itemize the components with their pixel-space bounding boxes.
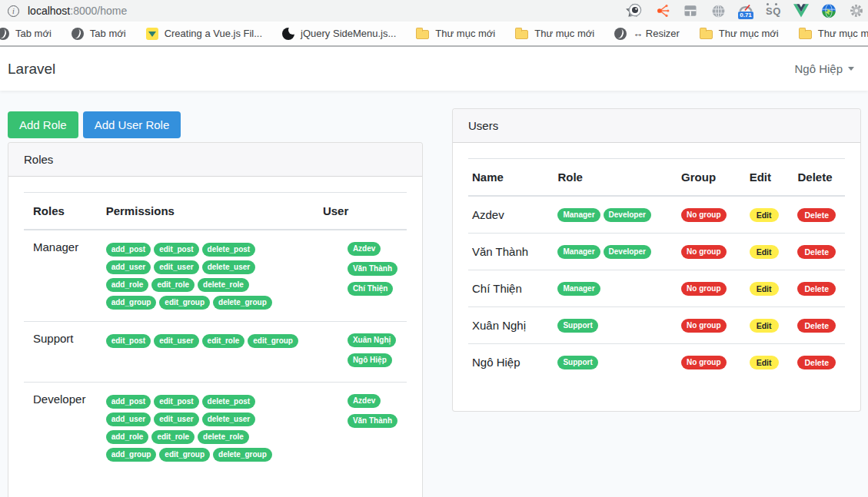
users-panel-body: NameRoleGroupEditDelete AzdevManagerDeve… bbox=[453, 143, 860, 396]
add-role-button[interactable]: Add Role bbox=[8, 111, 78, 138]
sq-extension-icon[interactable]: SQ bbox=[764, 1, 783, 21]
roles-panel-title: Roles bbox=[8, 143, 422, 177]
user-role-badge: Support bbox=[557, 319, 597, 333]
users-table-row: Ngô HiệpSupportNo groupEditDelete bbox=[468, 343, 845, 380]
user-delete-cell: Delete bbox=[793, 196, 845, 233]
role-user-line: Xuân Nghị bbox=[348, 332, 397, 347]
user-group: No group bbox=[677, 270, 746, 306]
role-users: AzdevVăn Thành bbox=[314, 383, 407, 474]
permission-badge: add_role bbox=[106, 430, 149, 444]
add-user-role-button[interactable]: Add User Role bbox=[83, 111, 181, 138]
user-group: No group bbox=[677, 233, 746, 270]
action-buttons: Add Role Add User Role bbox=[8, 111, 423, 138]
browser-url-bar[interactable]: i localhost:8000/home 0.71 SQ bbox=[0, 0, 868, 22]
bookmark-item[interactable]: Thư mục mới bbox=[789, 22, 868, 45]
page-info-icon[interactable]: i bbox=[8, 5, 19, 17]
permission-badge: delete_group bbox=[213, 448, 272, 462]
user-name: Ngô Hiệp bbox=[468, 343, 554, 380]
permission-badge: delete_post bbox=[202, 395, 256, 409]
bookmark-label: Thư mục mới bbox=[818, 28, 868, 39]
users-table-row: Chí ThiệnManagerNo groupEditDelete bbox=[468, 270, 845, 306]
bookmark-label: Thư mục mới bbox=[534, 28, 594, 39]
pagespeed-gauge-extension-icon[interactable]: 0.71 bbox=[737, 1, 755, 21]
edit-button[interactable]: Edit bbox=[750, 245, 779, 259]
delete-button[interactable]: Delete bbox=[797, 319, 836, 333]
user-dropdown[interactable]: Ngô Hiệp bbox=[794, 62, 854, 75]
no-group-badge: No group bbox=[681, 208, 726, 222]
bookmark-label: Thư mục mới bbox=[719, 28, 779, 39]
roles-column-header: User bbox=[314, 193, 407, 230]
role-user-line: Văn Thành bbox=[348, 260, 397, 276]
bookmark-item[interactable]: Thư mục mới bbox=[690, 22, 789, 45]
bookmark-item[interactable]: Creating a Vue.js Fil... bbox=[136, 22, 272, 45]
permission-badge: add_user bbox=[106, 260, 151, 274]
permission-badge: edit_post bbox=[154, 243, 198, 257]
permission-badge: edit_role bbox=[202, 334, 245, 348]
edit-button[interactable]: Edit bbox=[750, 319, 779, 333]
users-column-header: Role bbox=[554, 159, 677, 197]
role-users: Xuân NghịNgô Hiệp bbox=[314, 322, 407, 383]
bookmark-label: Tab mới bbox=[15, 28, 52, 39]
user-edit-cell: Edit bbox=[746, 270, 794, 306]
window-layout-extension-icon[interactable] bbox=[681, 1, 700, 21]
permission-badge: edit_user bbox=[154, 260, 198, 274]
bookmark-item[interactable]: jQuery SideMenu.js... bbox=[272, 22, 406, 45]
user-name: Chí Thiện bbox=[468, 270, 554, 306]
permission-badge: add_role bbox=[106, 278, 149, 292]
idm-extension-icon[interactable] bbox=[820, 1, 838, 21]
permission-badge: edit_post bbox=[154, 395, 198, 409]
roles-table-row: Developeradd_postedit_postdelete_postadd… bbox=[24, 383, 407, 474]
edit-button[interactable]: Edit bbox=[750, 282, 779, 296]
bookmark-label: jQuery SideMenu.js... bbox=[301, 28, 396, 39]
delete-button[interactable]: Delete bbox=[797, 356, 836, 369]
bookmark-item[interactable]: Thư mục mới bbox=[406, 22, 505, 45]
globe-extension-icon[interactable] bbox=[709, 1, 727, 21]
role-user-line: Chí Thiện bbox=[348, 280, 397, 296]
user-role-badge: Developer bbox=[604, 245, 651, 259]
permission-badge: edit_group bbox=[159, 448, 210, 462]
roles-column: Add Role Add User Role Roles RolesPermis… bbox=[8, 108, 423, 497]
jquery-icon bbox=[282, 28, 294, 40]
permission-badge: add_user bbox=[106, 413, 151, 426]
permission-badge: delete_role bbox=[198, 430, 249, 444]
role-user-line: Azdev bbox=[348, 393, 397, 408]
delete-button[interactable]: Delete bbox=[797, 208, 836, 222]
users-table-head-row: NameRoleGroupEditDelete bbox=[468, 159, 845, 197]
edit-button[interactable]: Edit bbox=[750, 208, 779, 222]
delete-button[interactable]: Delete bbox=[797, 245, 836, 259]
roles-column-header: Roles bbox=[24, 193, 97, 230]
reader-eye-extension-icon[interactable] bbox=[626, 1, 644, 21]
role-users: AzdevVăn ThànhChí Thiện bbox=[314, 230, 407, 322]
user-role-badge: Support bbox=[557, 356, 597, 369]
bookmark-item[interactable]: ↔ Resizer bbox=[604, 22, 690, 45]
bookmark-item[interactable]: Tab mới bbox=[0, 22, 62, 45]
user-badge: Văn Thành bbox=[348, 414, 397, 428]
user-delete-cell: Delete bbox=[793, 306, 845, 343]
user-group: No group bbox=[677, 196, 746, 233]
brand-link[interactable]: Laravel bbox=[8, 61, 55, 78]
role-user-line: Văn Thành bbox=[348, 413, 397, 428]
edit-button[interactable]: Edit bbox=[750, 356, 779, 369]
roles-table-head-row: RolesPermissionsUser bbox=[24, 193, 407, 230]
role-permissions: add_postedit_postdelete_postadd_useredit… bbox=[97, 230, 314, 322]
bookmark-item[interactable]: Tab mới bbox=[62, 22, 136, 45]
share-hub-extension-icon[interactable] bbox=[653, 1, 672, 21]
bookmark-label: Creating a Vue.js Fil... bbox=[165, 28, 262, 39]
vue-devtools-extension-icon[interactable] bbox=[792, 1, 810, 21]
permission-badge: delete_post bbox=[202, 243, 256, 257]
user-role-badge: Manager bbox=[557, 245, 600, 259]
user-badge: Văn Thành bbox=[348, 262, 397, 276]
roles-table-body: Manageradd_postedit_postdelete_postadd_u… bbox=[24, 230, 407, 473]
extension-icons: 0.71 SQ bbox=[626, 0, 866, 22]
gear-extension-icon[interactable] bbox=[847, 1, 866, 21]
users-table-row: Văn ThànhManagerDeveloperNo groupEditDel… bbox=[468, 233, 845, 270]
roles-column-header: Permissions bbox=[97, 193, 314, 230]
roles-table-row: Manageradd_postedit_postdelete_postadd_u… bbox=[24, 230, 407, 322]
delete-button[interactable]: Delete bbox=[797, 282, 836, 296]
users-column-header: Delete bbox=[793, 159, 845, 197]
bookmark-item[interactable]: Thư mục mới bbox=[505, 22, 604, 45]
user-group: No group bbox=[677, 343, 746, 380]
bookmark-label: Tab mới bbox=[90, 28, 126, 39]
folder-icon bbox=[700, 30, 713, 39]
users-panel: Users NameRoleGroupEditDelete AzdevManag… bbox=[452, 108, 861, 412]
